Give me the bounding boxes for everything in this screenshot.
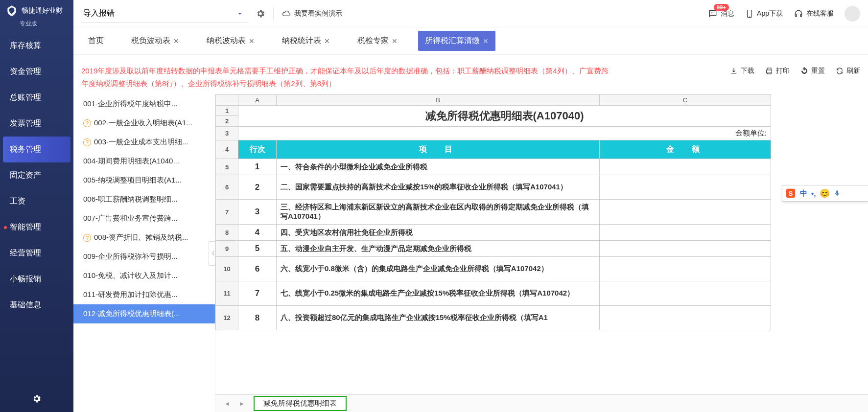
row-header[interactable]: 10 [216,257,238,281]
cell-seq[interactable]: 2 [238,175,277,200]
cell-item[interactable]: 三、经济特区和上海浦东新区新设立的高新技术企业在区内取得的所得定期减免企业所得税… [277,200,600,225]
form-list-item[interactable]: ?002-一般企业收入明细表(A1... [73,114,215,133]
sheet-nav-prev-icon[interactable]: ◄ [224,400,230,407]
cell-item[interactable]: 一、符合条件的小型微利企业减免企业所得税 [277,159,600,175]
cell-item[interactable]: 四、受灾地区农村信用社免征企业所得税 [277,225,600,241]
page-tab[interactable]: 首页 [81,31,111,51]
cell-seq[interactable]: 5 [238,241,277,257]
sidebar-item[interactable]: 基础信息 [0,292,73,318]
cell-amount[interactable] [600,257,771,281]
row-header[interactable]: 9 [216,241,238,257]
settings-button[interactable] [256,9,265,19]
cell-item[interactable]: 七、线宽小于0.25微米的集成电路生产企业减按15%税率征收企业所得税（填写A1… [277,281,600,306]
form-list-item[interactable]: ?008-资产折旧、摊销及纳税... [73,228,215,247]
form-list-item[interactable]: 004-期间费用明细表(A1040... [73,152,215,171]
cell-amount[interactable] [600,159,771,175]
close-icon[interactable]: ✕ [324,37,330,45]
sidebar-item[interactable]: 固定资产 [0,162,73,188]
cell-amount[interactable] [600,241,771,257]
import-dropdown[interactable] [81,5,248,23]
row-header[interactable]: 3 [216,127,238,140]
form-list[interactable]: 001-企业所得税年度纳税申...?002-一般企业收入明细表(A1...?00… [73,94,215,412]
row-header[interactable]: 8 [216,225,238,241]
page-tab[interactable]: 税负波动表✕ [124,31,186,51]
sidebar-item[interactable]: 智能管理 [0,214,73,240]
import-input[interactable] [81,5,248,23]
form-list-item[interactable]: 010-免税、减计收入及加计... [73,266,215,285]
form-list-item[interactable]: 006-职工薪酬纳税调整明细... [73,190,215,209]
sheet-scroll[interactable]: A B C 1 减免所得税优惠明细表(A107040) 2 [215,94,868,394]
reset-button[interactable]: 重置 [800,67,825,75]
cell-seq[interactable]: 1 [238,159,277,175]
sidebar-item[interactable]: 资金管理 [0,59,73,85]
ime-floating-bar[interactable]: S 中 •, 😊 [782,185,868,202]
form-list-item[interactable]: 009-企业所得税弥补亏损明... [73,247,215,266]
cell-item[interactable]: 五、动漫企业自主开发、生产动漫产品定期减免企业所得税 [277,241,600,257]
corner-cell[interactable] [216,95,238,106]
download-button[interactable]: 下载 [730,67,754,75]
cell-seq[interactable]: 8 [238,306,277,330]
cell-seq[interactable]: 4 [238,225,277,241]
row-header[interactable]: 5 [216,159,238,175]
cell-item[interactable]: 二、国家需要重点扶持的高新技术企业减按15%的税率征收企业所得税（填写A1070… [277,175,600,200]
form-list-item[interactable]: 001-企业所得税年度纳税申... [73,94,215,114]
row-header[interactable]: 7 [216,200,238,225]
sidebar-item[interactable]: 税务管理 [3,137,70,162]
sidebar-item[interactable]: 发票管理 [0,111,73,137]
row-header[interactable]: 11 [216,281,238,306]
cell-amount[interactable] [600,200,771,225]
collapse-button[interactable]: 《 [209,241,215,266]
form-list-item[interactable]: ?003-一般企业成本支出明细... [73,133,215,152]
col-header[interactable]: C [600,95,771,106]
cell-amount[interactable] [600,281,771,306]
col-header[interactable]: A [238,95,277,106]
form-list-item[interactable]: 007-广告费和业务宣传费跨... [73,209,215,228]
app-download-button[interactable]: App下载 [745,9,783,19]
ime-punct-icon[interactable]: •, [811,189,816,198]
form-list-item[interactable]: 012-减免所得税优惠明细表(... [73,304,215,323]
cell-seq[interactable]: 3 [238,200,277,225]
sidebar-settings[interactable] [0,387,73,412]
print-button[interactable]: 打印 [765,67,790,75]
sheet-nav-next-icon[interactable]: ► [239,400,245,407]
sidebar-item[interactable]: 经营管理 [0,240,73,266]
row-header[interactable]: 4 [216,140,238,159]
cell-seq[interactable]: 6 [238,257,277,281]
close-icon[interactable]: ✕ [392,37,398,45]
cell-amount[interactable] [600,175,771,200]
cell-item[interactable]: 八、投资额超过80亿元的集成电路生产企业减按15%税率征收企业所得税（填写A1 [277,306,600,330]
ime-lang[interactable]: 中 [800,189,807,198]
sidebar-item[interactable]: 总账管理 [0,85,73,111]
sheet-tab[interactable]: 减免所得税优惠明细表 [254,396,347,411]
close-icon[interactable]: ✕ [249,37,255,45]
help-icon: ? [83,138,91,146]
demo-button[interactable]: 我要看实例演示 [282,9,342,19]
close-icon[interactable]: ✕ [483,37,489,45]
avatar[interactable] [845,6,860,22]
page-tab[interactable]: 纳税统计表✕ [275,31,337,51]
cell-item[interactable]: 六、线宽小于0.8微米（含）的集成电路生产企业减免企业所得税（填写A107042… [277,257,600,281]
cell-amount[interactable] [600,306,771,330]
col-header[interactable]: B [277,95,600,106]
page-tab[interactable]: 纳税波动表✕ [200,31,261,51]
service-button[interactable]: 在线客服 [794,9,834,19]
close-icon[interactable]: ✕ [173,37,179,45]
cell-seq[interactable]: 7 [238,281,277,306]
page-tab[interactable]: 税检专家✕ [351,31,404,51]
row-header[interactable]: 1 [216,106,238,116]
cell-amount[interactable] [600,225,771,241]
sidebar-item-label: 小畅报销 [10,275,41,283]
refresh-button[interactable]: 刷新 [836,67,860,75]
message-button[interactable]: 99+ 消息 [708,9,734,19]
form-list-item[interactable]: 005-纳税调整项目明细表(A1... [73,171,215,190]
form-list-item[interactable]: 011-研发费用加计扣除优惠... [73,285,215,304]
ime-mic-icon[interactable] [834,189,841,198]
sidebar-item[interactable]: 小畅报销 [0,266,73,292]
page-tab[interactable]: 所得税汇算清缴✕ [418,31,495,51]
row-header[interactable]: 12 [216,306,238,330]
sidebar-item[interactable]: 工资 [0,188,73,214]
ime-emoji-icon[interactable]: 😊 [820,188,830,199]
sidebar-item[interactable]: 库存核算 [0,33,73,59]
row-header[interactable]: 2 [216,116,238,127]
row-header[interactable]: 6 [216,175,238,200]
